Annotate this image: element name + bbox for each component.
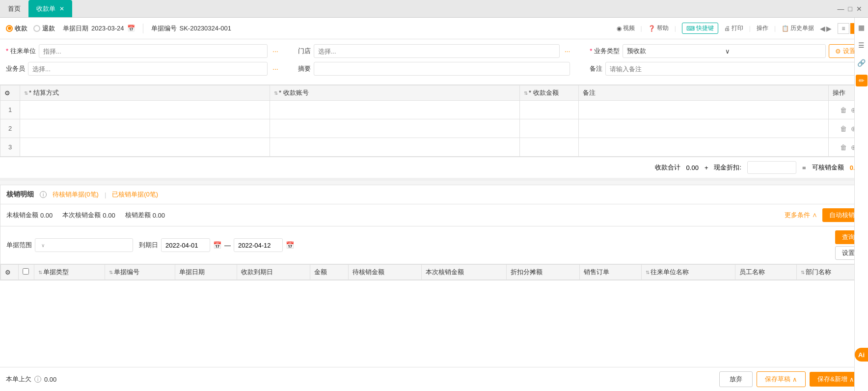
due-date-to-input[interactable] bbox=[234, 238, 283, 252]
print-btn[interactable]: 🖨 打印 bbox=[724, 24, 743, 32]
cell-account-3[interactable] bbox=[270, 138, 520, 157]
shortcut-btn[interactable]: ⌨ 快捷键 bbox=[682, 23, 718, 34]
business-type-select[interactable]: 预收款 ∨ bbox=[623, 44, 826, 58]
cell-remark-1[interactable] bbox=[579, 101, 829, 119]
remark-input-2[interactable] bbox=[579, 119, 828, 138]
salesperson-input[interactable] bbox=[28, 62, 268, 76]
range-select[interactable]: ∨ bbox=[35, 238, 133, 252]
unverified-value: 0.00 bbox=[40, 212, 53, 219]
bth-bill-type: ⇅单据类型 bbox=[34, 265, 105, 280]
account-input-1[interactable] bbox=[270, 101, 519, 119]
unverified-label: 未核销金额 bbox=[6, 211, 38, 220]
shop-more-btn[interactable]: ··· bbox=[565, 47, 570, 55]
abandon-btn[interactable]: 放弃 bbox=[719, 371, 753, 387]
bth-settings[interactable]: ⚙ bbox=[1, 265, 19, 280]
tab-receipt[interactable]: 收款单 ✕ bbox=[28, 0, 72, 17]
table-row: 1 🗑 ⊕ bbox=[0, 101, 868, 119]
amount-input-2[interactable] bbox=[520, 119, 578, 138]
remark-input-3[interactable] bbox=[579, 138, 828, 156]
tab-home[interactable]: 首页 bbox=[0, 0, 28, 17]
cell-amount-3[interactable] bbox=[520, 138, 579, 157]
cal-to-icon[interactable]: 📅 bbox=[286, 241, 294, 249]
settlement-input-1[interactable] bbox=[20, 101, 270, 119]
counterpart-input[interactable] bbox=[39, 44, 268, 58]
sidebar-edit-icon[interactable]: ✏ bbox=[856, 75, 868, 86]
done-tab[interactable]: 已核销单据(0笔) bbox=[112, 190, 158, 199]
date-icon[interactable]: 📅 bbox=[127, 25, 135, 32]
save-draft-btn[interactable]: 保存草稿 ∧ bbox=[757, 371, 806, 387]
list-view-btn[interactable]: ≡ bbox=[838, 23, 849, 34]
tab-home-label: 首页 bbox=[8, 4, 21, 13]
account-input-3[interactable] bbox=[270, 138, 519, 156]
ai-btn[interactable]: Ai bbox=[855, 348, 868, 362]
cell-settlement-1[interactable] bbox=[20, 101, 270, 119]
cell-remark-3[interactable] bbox=[579, 138, 829, 157]
bth-bill-type-label: 单据类型 bbox=[43, 268, 69, 276]
delete-icon-1[interactable]: 🗑 bbox=[840, 106, 847, 114]
select-all-checkbox[interactable] bbox=[23, 268, 29, 275]
th-settlement: ⇅* 结算方式 bbox=[20, 85, 270, 101]
history-label: 历史单据 bbox=[790, 24, 814, 32]
salesperson-more-btn[interactable]: ··· bbox=[272, 65, 278, 73]
shop-input[interactable] bbox=[314, 44, 560, 58]
more-conditions-btn[interactable]: 更多条件 ∧ bbox=[785, 211, 817, 220]
radio-refund[interactable]: 退款 bbox=[33, 24, 55, 33]
pending-tab[interactable]: 待核销单据(0笔) bbox=[53, 190, 99, 199]
summary-input[interactable] bbox=[314, 62, 570, 76]
history-btn[interactable]: 📋 历史单据 bbox=[782, 24, 814, 32]
account-input-2[interactable] bbox=[270, 119, 519, 138]
bill-no-label: 单据编号 bbox=[151, 24, 177, 33]
cal-from-icon[interactable]: 📅 bbox=[213, 241, 221, 249]
current-label: 本次核销金额 bbox=[62, 211, 101, 220]
counterpart-more-btn[interactable]: ··· bbox=[272, 47, 278, 55]
save-new-arrow-icon: ∧ bbox=[849, 376, 854, 383]
cell-settlement-3[interactable] bbox=[20, 138, 270, 157]
video-label: 视频 bbox=[623, 24, 635, 32]
remark-input-1[interactable] bbox=[579, 101, 828, 119]
minimize-icon[interactable]: — bbox=[838, 5, 844, 13]
sidebar-book-icon[interactable]: ☰ bbox=[856, 39, 868, 51]
bth-bill-no: ⇅单据编号 bbox=[105, 265, 175, 280]
remark-input[interactable] bbox=[605, 62, 862, 76]
delete-icon-2[interactable]: 🗑 bbox=[840, 125, 847, 133]
discount-input[interactable] bbox=[747, 161, 796, 174]
sidebar-table-icon[interactable]: ▦ bbox=[856, 22, 868, 33]
video-btn[interactable]: ◉ 视频 bbox=[617, 24, 635, 32]
offset-table: ⚙ ⇅单据类型 ⇅单据编号 单据日期 bbox=[0, 264, 868, 280]
info-icon[interactable]: i bbox=[40, 191, 47, 198]
nav-arrows: ◀ ▶ bbox=[820, 25, 832, 32]
radio-receipt[interactable]: 收款 bbox=[6, 24, 27, 33]
nav-next-icon[interactable]: ▶ bbox=[826, 25, 832, 32]
radio-refund-label: 退款 bbox=[42, 24, 55, 33]
bth-checkbox[interactable] bbox=[19, 265, 34, 280]
maximize-icon[interactable]: □ bbox=[848, 5, 852, 13]
settlement-input-2[interactable] bbox=[20, 119, 270, 138]
close-icon[interactable]: ✕ bbox=[856, 5, 862, 13]
cell-remark-2[interactable] bbox=[579, 119, 829, 138]
amount-input-3[interactable] bbox=[520, 138, 578, 156]
form-row-2: 业务员 ··· 摘要 备注 bbox=[6, 62, 862, 76]
operation-btn[interactable]: 操作 bbox=[757, 24, 768, 32]
cell-settlement-2[interactable] bbox=[20, 119, 270, 138]
settlement-input-3[interactable] bbox=[20, 138, 270, 156]
amount-input-1[interactable] bbox=[520, 101, 578, 119]
bth-bill-date-label: 单据日期 bbox=[179, 268, 205, 276]
this-bill-info-icon[interactable]: i bbox=[34, 376, 41, 383]
th-settings[interactable]: ⚙ bbox=[0, 85, 20, 101]
cell-amount-2[interactable] bbox=[520, 119, 579, 138]
cell-account-2[interactable] bbox=[270, 119, 520, 138]
tab-close-icon[interactable]: ✕ bbox=[59, 5, 64, 12]
due-date-from-input[interactable] bbox=[161, 238, 210, 252]
divider-1 bbox=[143, 24, 143, 33]
cell-account-1[interactable] bbox=[270, 101, 520, 119]
business-type-value: 预收款 bbox=[627, 47, 723, 56]
nav-prev-icon[interactable]: ◀ bbox=[820, 25, 825, 32]
tab-receipt-label: 收款单 bbox=[36, 4, 55, 13]
cell-amount-1[interactable] bbox=[520, 101, 579, 119]
delete-icon-3[interactable]: 🗑 bbox=[840, 143, 847, 151]
bth-due-date-label: 收款到期日 bbox=[241, 268, 273, 276]
form-area: * 往来单位 ··· 门店 ··· * 业务类型 预收款 ∨ ⚙ 设置 bbox=[0, 39, 868, 85]
th-account: ⇅* 收款账号 bbox=[270, 85, 520, 101]
help-btn[interactable]: ❓ 帮助 bbox=[648, 24, 669, 32]
sidebar-link-icon[interactable]: 🔗 bbox=[856, 57, 868, 69]
